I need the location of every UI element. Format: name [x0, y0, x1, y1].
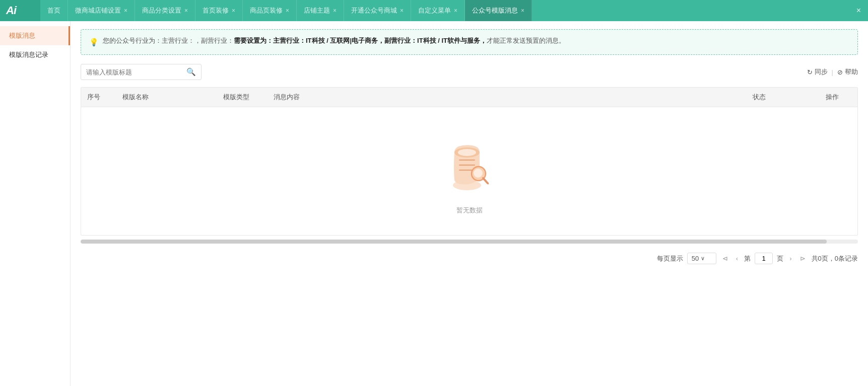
col-seq: 序号: [81, 88, 116, 107]
search-input-wrapper: 🔍: [81, 64, 202, 80]
col-type: 模版类型: [217, 88, 268, 107]
content-area: 💡 您的公众号行业为：主营行业：，副营行业：需要设置为：主营行业：IT科技 / …: [71, 21, 868, 386]
search-bar: 🔍 ↻ 同步 | ⊘ 帮助: [81, 64, 858, 80]
nav-tab-close[interactable]: ×: [454, 7, 457, 14]
help-label: 帮助: [845, 67, 858, 76]
nav-tab-store-theme[interactable]: 店铺主题×: [297, 0, 344, 21]
nav-tab-close[interactable]: ×: [286, 7, 289, 14]
sidebar-item-template-message-record[interactable]: 模版消息记录: [0, 45, 70, 64]
per-page-chevron: ∨: [701, 255, 705, 262]
horizontal-scrollbar[interactable]: [81, 240, 858, 244]
sidebar-item-template-message[interactable]: 模版消息: [0, 26, 70, 45]
nav-tab-label: 店铺主题: [304, 6, 330, 15]
per-page-select[interactable]: 50 ∨: [687, 253, 716, 264]
nav-tab-close[interactable]: ×: [333, 7, 337, 14]
first-page-button[interactable]: ⊲: [720, 254, 730, 263]
prev-page-button[interactable]: ‹: [734, 254, 740, 263]
page-label: 第: [744, 254, 751, 263]
nav-tab-home-decor[interactable]: 首页装修×: [195, 0, 243, 21]
nav-tab-label: 自定义菜单: [418, 6, 451, 15]
nav-tab-category-settings[interactable]: 商品分类设置×: [135, 0, 195, 21]
nav-tab-home[interactable]: 首页: [40, 0, 68, 21]
col-status: 状态: [747, 88, 807, 107]
data-table: 序号 模版名称 模版类型 消息内容 状态 操作: [81, 87, 858, 236]
close-all-button[interactable]: ×: [849, 6, 868, 15]
top-nav: Ai 首页微商城店铺设置×商品分类设置×首页装修×商品页装修×店铺主题×开通公众…: [0, 0, 868, 21]
nav-tab-shop-settings[interactable]: 微商城店铺设置×: [68, 0, 135, 21]
sidebar: 模版消息模版消息记录: [0, 21, 71, 386]
empty-illustration: [439, 137, 500, 198]
search-input[interactable]: [81, 65, 181, 79]
nav-tab-template-message[interactable]: 公众号模版消息×: [465, 0, 532, 21]
notice-text: 您的公众号行业为：主营行业：，副营行业：需要设置为：主营行业：IT科技 / 互联…: [103, 36, 565, 46]
logo-area: Ai: [0, 0, 40, 21]
nav-tab-close[interactable]: ×: [232, 7, 235, 14]
svg-line-9: [483, 178, 488, 183]
nav-tab-open-wechat-mall[interactable]: 开通公众号商城×: [344, 0, 411, 21]
notice-banner: 💡 您的公众号行业为：主营行业：，副营行业：需要设置为：主营行业：IT科技 / …: [81, 29, 858, 55]
nav-tab-label: 公众号模版消息: [472, 6, 518, 15]
page-suffix: 页: [777, 254, 783, 263]
nav-tab-close[interactable]: ×: [400, 7, 404, 14]
col-action: 操作: [807, 88, 857, 107]
logo: Ai: [6, 4, 16, 17]
empty-state: 暂无数据: [81, 107, 857, 235]
sync-button[interactable]: ↻ 同步: [807, 67, 828, 76]
col-content: 消息内容: [268, 88, 747, 107]
page-number-input[interactable]: [755, 253, 773, 264]
help-icon: ⊘: [837, 68, 843, 76]
total-info: 共0页，0条记录: [812, 254, 858, 263]
nav-tab-label: 首页装修: [203, 6, 229, 15]
per-page-label: 每页显示: [657, 254, 683, 263]
nav-tab-custom-menu[interactable]: 自定义菜单×: [411, 0, 465, 21]
empty-text: 暂无数据: [456, 206, 483, 215]
last-page-button[interactable]: ⊳: [798, 254, 808, 263]
table-header: 序号 模版名称 模版类型 消息内容 状态 操作: [81, 88, 857, 107]
per-page-value: 50: [692, 255, 699, 262]
pagination: 每页显示 50 ∨ ⊲ ‹ 第 页 › ⊳ 共0页，0条记录: [81, 248, 858, 269]
nav-tab-close[interactable]: ×: [124, 7, 127, 14]
bulb-icon: 💡: [89, 36, 99, 48]
help-button[interactable]: ⊘ 帮助: [837, 67, 858, 76]
svg-point-7: [474, 169, 483, 178]
nav-tab-label: 开通公众号商城: [351, 6, 397, 15]
nav-tab-label: 首页: [47, 6, 60, 15]
next-page-button[interactable]: ›: [787, 254, 793, 263]
nav-tab-label: 微商城店铺设置: [75, 6, 121, 15]
svg-point-2: [458, 149, 476, 156]
scroll-thumb: [81, 240, 827, 244]
nav-tab-close[interactable]: ×: [184, 7, 188, 14]
sync-label: 同步: [815, 67, 828, 76]
main-layout: 模版消息模版消息记录 💡 您的公众号行业为：主营行业：，副营行业：需要设置为：主…: [0, 21, 868, 386]
nav-tab-close[interactable]: ×: [521, 7, 524, 14]
sync-icon: ↻: [807, 68, 813, 76]
nav-tab-label: 商品分类设置: [142, 6, 181, 15]
search-button[interactable]: 🔍: [181, 64, 201, 80]
search-actions: ↻ 同步 | ⊘ 帮助: [807, 67, 858, 76]
nav-tab-label: 商品页装修: [250, 6, 283, 15]
nav-tab-product-decor[interactable]: 商品页装修×: [243, 0, 297, 21]
col-name: 模版名称: [116, 88, 217, 107]
divider: |: [832, 68, 833, 76]
